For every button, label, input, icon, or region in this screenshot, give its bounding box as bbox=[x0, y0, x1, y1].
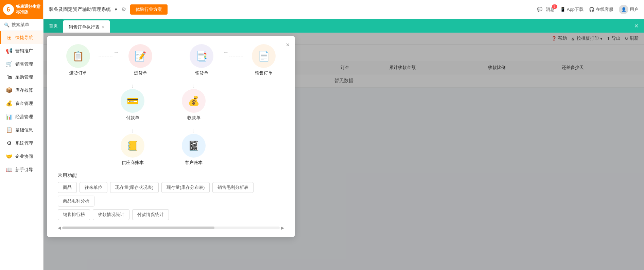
nav-icon-sales: 🛒 bbox=[6, 61, 13, 67]
scrollbar-thumb bbox=[62, 227, 214, 229]
flow-item-supplier-account[interactable]: 📒 供应商账本 bbox=[112, 134, 153, 166]
experience-btn[interactable]: 体验行业方案 bbox=[130, 4, 168, 15]
nav-icon-marketing: 📢 bbox=[6, 48, 13, 54]
func-buttons-row1: 商品往来单位现存量(库存状况表)现存量(库存分布表)销售毛利分析表商品毛利分析 bbox=[58, 182, 284, 206]
nav-icon-system: ⚙ bbox=[6, 140, 13, 146]
app-download-btn[interactable]: 📱 App下载 bbox=[560, 6, 584, 13]
sidebar-item-guide[interactable]: 📖 新手引导 bbox=[0, 163, 43, 176]
func-btn-2[interactable]: 现存量(库存状况表) bbox=[110, 182, 159, 193]
system-dropdown[interactable]: ▾ bbox=[115, 7, 117, 12]
system-title: 装备及固定资产辅助管理系统 bbox=[49, 6, 111, 13]
sidebar-item-operations[interactable]: 📊 经营管理 bbox=[0, 110, 43, 123]
flow-row-3: 📒 供应商账本 📓 客户账本 bbox=[58, 134, 284, 166]
purchase-order-icon: 📋 bbox=[66, 44, 90, 68]
sidebar-item-finance[interactable]: 💰 资金管理 bbox=[0, 97, 43, 110]
arrow-1-2: → bbox=[99, 49, 120, 72]
avatar: 👤 bbox=[619, 5, 628, 14]
flow-item-sales-order[interactable]: 📄 销售订单 bbox=[243, 44, 284, 76]
quick-nav-popup: × 📋 进货订单 → 📝 进货单 bbox=[47, 36, 295, 237]
nav-icon-enterprise: 🤝 bbox=[6, 153, 13, 160]
nav-icon-quick-nav: ⊞ bbox=[6, 34, 13, 41]
arrow-row-down: ↓ ↓ bbox=[58, 83, 284, 89]
arrow-3-4: ← bbox=[222, 49, 243, 72]
nav-label-system: 系统管理 bbox=[15, 140, 33, 146]
down-arrow-4: ↓ bbox=[192, 128, 195, 134]
phone-icon: 📱 bbox=[560, 7, 565, 12]
sidebar-item-sales[interactable]: 🛒 销售管理 bbox=[0, 57, 43, 71]
flow-item-payment[interactable]: 💳 付款单 bbox=[112, 89, 153, 121]
nav-icon-inventory: 📦 bbox=[6, 87, 13, 93]
message-btn[interactable]: 💬 5 消息 bbox=[537, 6, 555, 13]
sidebar-item-basic-info[interactable]: 📋 基础信息 bbox=[0, 123, 43, 137]
scroll-right-btn[interactable]: ▶ bbox=[281, 226, 284, 230]
sales-bill-icon: 📑 bbox=[190, 44, 213, 68]
headset-icon: 🎧 bbox=[589, 7, 594, 12]
sidebar-item-inventory[interactable]: 📦 库存核算 bbox=[0, 84, 43, 97]
flow-item-customer-account[interactable]: 📓 客户账本 bbox=[173, 134, 214, 166]
payment-icon: 💳 bbox=[121, 89, 144, 113]
scrollbar-track[interactable] bbox=[62, 227, 280, 229]
flow-item-sales-bill[interactable]: 📑 销货单 bbox=[181, 44, 222, 76]
nav-icon-operations: 📊 bbox=[6, 113, 13, 120]
customer-account-icon: 📓 bbox=[182, 134, 206, 158]
supplier-account-icon: 📒 bbox=[121, 134, 144, 158]
nav-label-operations: 经营管理 bbox=[15, 114, 33, 120]
func-btn-7[interactable]: 收款情况统计 bbox=[93, 209, 129, 220]
flow-item-purchase-bill[interactable]: 📝 进货单 bbox=[120, 44, 161, 76]
online-service-btn[interactable]: 🎧 在线客服 bbox=[589, 6, 613, 13]
func-btn-8[interactable]: 付款情况统计 bbox=[132, 209, 169, 220]
nav-icon-guide: 📖 bbox=[6, 166, 13, 173]
common-functions: 常用功能 商品往来单位现存量(库存状况表)现存量(库存分布表)销售毛利分析表商品… bbox=[58, 173, 284, 220]
nav-icon-basic-info: 📋 bbox=[6, 127, 13, 133]
tab-close-all-icon[interactable]: ✕ bbox=[634, 23, 639, 29]
logo-icon: 6 bbox=[3, 4, 14, 15]
down-arrow-3: ↓ bbox=[131, 128, 134, 134]
func-btn-3[interactable]: 现存量(库存分布表) bbox=[161, 182, 210, 193]
sidebar-item-quick-nav[interactable]: ⊞ 快捷导航 bbox=[0, 31, 43, 44]
sidebar: 6 畅康通好生意 标准版 🔍 搜索菜单 ⊞ 快捷导航 📢 营销推广 🛒 销售管理… bbox=[0, 0, 43, 270]
sidebar-item-purchase[interactable]: 🛍 采购管理 bbox=[0, 71, 43, 84]
func-btn-1[interactable]: 往来单位 bbox=[80, 182, 107, 193]
tab-close-sales-order-exec[interactable]: ✕ bbox=[102, 25, 104, 29]
flow-row-2: 💳 付款单 💰 收款单 bbox=[58, 89, 284, 121]
flow-item-purchase-order[interactable]: 📋 进货订单 bbox=[58, 44, 99, 76]
settings-icon[interactable]: ⚙ bbox=[121, 6, 126, 13]
nav-icon-purchase: 🛍 bbox=[6, 74, 13, 80]
message-icon: 💬 bbox=[537, 7, 542, 12]
flow-item-receipt[interactable]: 💰 收款单 bbox=[173, 89, 214, 121]
tab-home[interactable]: 首页 bbox=[43, 19, 63, 33]
logo-text: 畅康通好生意 标准版 bbox=[16, 4, 40, 15]
overlay: × 📋 进货订单 → 📝 进货单 bbox=[43, 33, 644, 270]
tab-sales-order-exec[interactable]: 销售订单执行表✕ bbox=[63, 20, 110, 34]
nav-icon-finance: 💰 bbox=[6, 100, 13, 107]
user-menu[interactable]: 👤 用户 bbox=[619, 5, 639, 14]
sidebar-item-marketing[interactable]: 📢 营销推广 bbox=[0, 44, 43, 57]
func-btn-0[interactable]: 商品 bbox=[58, 182, 77, 193]
func-btn-4[interactable]: 销售毛利分析表 bbox=[212, 182, 254, 193]
topbar-right: 💬 5 消息 📱 App下载 🎧 在线客服 👤 用户 bbox=[537, 5, 639, 14]
search-icon: 🔍 bbox=[4, 22, 10, 28]
nav-label-marketing: 营销推广 bbox=[15, 48, 33, 54]
popup-close-btn[interactable]: × bbox=[286, 41, 290, 49]
sidebar-item-system[interactable]: ⚙ 系统管理 bbox=[0, 137, 43, 150]
down-arrow-1: ↓ bbox=[131, 83, 134, 89]
nav-label-basic-info: 基础信息 bbox=[15, 127, 33, 133]
topbar: 装备及固定资产辅助管理系统 ▾ ⚙ 体验行业方案 💬 5 消息 📱 App下载 … bbox=[43, 0, 644, 19]
nav-label-sales: 销售管理 bbox=[15, 61, 33, 67]
purchase-bill-icon: 📝 bbox=[128, 44, 152, 68]
tabbar: 首页销售订单执行表✕ ✕ bbox=[43, 19, 644, 33]
chevron-down-icon: ▾ bbox=[115, 7, 117, 12]
tab-label-sales-order-exec: 销售订单执行表 bbox=[69, 24, 100, 30]
func-buttons-row2: 销售排行榜收款情况统计付款情况统计 bbox=[58, 209, 284, 220]
sales-order-icon: 📄 bbox=[252, 44, 276, 68]
sidebar-item-enterprise[interactable]: 🤝 企业协同 bbox=[0, 150, 43, 163]
nav-label-quick-nav: 快捷导航 bbox=[15, 35, 33, 41]
func-btn-6[interactable]: 销售排行榜 bbox=[58, 209, 90, 220]
func-btn-5[interactable]: 商品毛利分析 bbox=[58, 196, 94, 206]
scroll-left-btn[interactable]: ◀ bbox=[58, 226, 61, 230]
flow-row-1: 📋 进货订单 → 📝 进货单 📑 bbox=[58, 44, 284, 76]
nav-label-enterprise: 企业协同 bbox=[15, 154, 33, 160]
search-menu[interactable]: 🔍 搜索菜单 bbox=[0, 19, 43, 31]
nav-label-finance: 资金管理 bbox=[15, 101, 33, 107]
down-arrow-2: ↓ bbox=[192, 83, 195, 89]
